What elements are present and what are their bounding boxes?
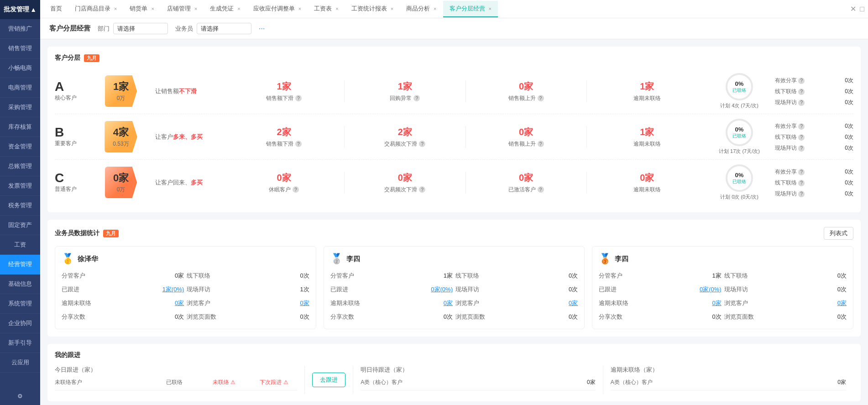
more-filter-icon[interactable]: ··· — [259, 25, 265, 33]
staff-stats-grid-0: 分管客户 0家 线下联络 0次 已跟进 1家(0%) 现场拜访 1次 逾期未联络… — [62, 270, 309, 322]
today-followup-label: 今日跟进（家） — [55, 366, 297, 374]
tab-close-生成凭证[interactable]: × — [237, 6, 240, 11]
tier-count-A: 1家 0万 — [91, 75, 151, 107]
tier-circle-B: 0% 已联络 计划 17次 (7天/次) — [707, 119, 771, 155]
page-header: 客户分层经营 部门 请选择 业务员 请选择 ··· — [40, 18, 868, 39]
customer-month-badge: 九月 — [84, 54, 99, 62]
tier-circle-C: 0% 已联络 计划 0次 (0天/次) — [707, 164, 771, 200]
dept-select[interactable]: 请选择 — [113, 23, 168, 34]
sidebar-item-基础信息[interactable]: 基础信息 — [0, 274, 40, 294]
staff-select[interactable]: 请选择 — [197, 23, 251, 34]
sidebar-item-库存核算[interactable]: 库存核算 — [0, 117, 40, 137]
stat-C-休眠客户: 0家 休眠客户 ? — [224, 172, 345, 194]
sidebar-item-固定资产[interactable]: 固定资产 — [0, 216, 40, 235]
sidebar-item-工资[interactable]: 工资 — [0, 235, 40, 255]
sidebar: 批发管理 ▲ 营销推广销售管理小畅电商电商管理采购管理库存核算资金管理总账管理发… — [0, 0, 40, 405]
staff-stat-分管客户: 分管客户 1家 — [330, 270, 453, 281]
tab-首页[interactable]: 首页 — [44, 1, 68, 17]
tier-row-B: B 重要客户 4家 0.53万 让客户多来、多买 2家 销售额下滑 ? 2家 交… — [55, 114, 853, 160]
tab-close-客户分层经营[interactable]: × — [489, 6, 492, 11]
tier-stats-C: 0家 休眠客户 ? 0家 交易频次下滑 ? 0家 已激活客户 ? 0家 逾期 — [224, 172, 707, 194]
settings-icon: ⚙ — [17, 393, 23, 400]
info-icon: ? — [798, 100, 805, 106]
sidebar-top[interactable]: 批发管理 ▲ — [0, 0, 40, 19]
staff-name-1: 李四 — [346, 255, 360, 263]
info-icon: ? — [798, 123, 805, 130]
stat-A-销售额下滑: 1家 销售额下滑 ? — [224, 80, 345, 102]
maximize-icon[interactable]: □ — [860, 5, 864, 13]
followup-title: 我的跟进 — [55, 351, 853, 359]
info-icon: ? — [798, 191, 805, 197]
sidebar-item-小畅电商[interactable]: 小畅电商 — [0, 58, 40, 78]
staff-grid: 🥇 徐泽华 分管客户 0家 线下联络 0次 已跟进 1家(0%) 现场拜访 1次 — [55, 246, 853, 329]
sidebar-item-经营管理[interactable]: 经营管理 — [0, 255, 40, 274]
tab-销货单[interactable]: 销货单× — [123, 1, 160, 17]
customer-tier-title: 客户分层 九月 — [55, 54, 853, 62]
sidebar-item-采购管理[interactable]: 采购管理 — [0, 98, 40, 117]
info-icon: ? — [293, 186, 299, 193]
staff-stats-grid-1: 分管客户 1家 线下联络 0次 已跟进 0家(0%) 现场拜访 0次 逾期未联络… — [330, 270, 578, 322]
tab-客户分层经营[interactable]: 客户分层经营× — [443, 1, 498, 17]
info-icon: ? — [295, 95, 302, 101]
sidebar-item-税务管理[interactable]: 税务管理 — [0, 196, 40, 216]
staff-stat-分享次数: 分享次数 0次 — [330, 311, 453, 322]
info-icon: ? — [538, 141, 544, 147]
sidebar-item-销售管理[interactable]: 销售管理 — [0, 39, 40, 58]
tab-应收应付调整单[interactable]: 应收应付调整单× — [247, 1, 308, 17]
tab-close-工资表[interactable]: × — [335, 6, 338, 11]
stat-B-销售额上升: 0家 销售额上升 ? — [466, 126, 587, 148]
list-view-button[interactable]: 列表式 — [824, 227, 853, 240]
info-icon: ? — [798, 169, 805, 175]
tab-close-门店商品目录[interactable]: × — [114, 6, 117, 11]
tab-门店商品目录[interactable]: 门店商品目录× — [68, 1, 123, 17]
followup-section: 我的跟进 今日跟进（家） 未联络客户 已联络 未联络 ⚠ 下次跟进 ⚠ 去跟进 … — [47, 344, 861, 401]
tab-店铺管理[interactable]: 店铺管理× — [161, 1, 204, 17]
sidebar-item-系统管理[interactable]: 系统管理 — [0, 294, 40, 314]
staff-stat-已跟进: 已跟进 0家(0%) — [330, 284, 453, 295]
sidebar-item-营销推广[interactable]: 营销推广 — [0, 19, 40, 39]
staff-stat-浏览页面数: 浏览页面数 0次 — [455, 311, 578, 322]
tab-close-店铺管理[interactable]: × — [194, 6, 197, 11]
tab-工资统计报表[interactable]: 工资统计报表× — [345, 1, 400, 17]
tier-row-A: A 核心客户 1家 0万 让销售额不下滑 1家 销售额下滑 ? 1家 回购异常 … — [55, 68, 853, 114]
sidebar-item-企业协同[interactable]: 企业协同 — [0, 314, 40, 333]
info-icon: ? — [295, 141, 302, 147]
sidebar-item-电商管理[interactable]: 电商管理 — [0, 78, 40, 98]
staff-stat-逾期未联络: 逾期未联络 0家 — [330, 298, 453, 309]
tab-close-应收应付调整单[interactable]: × — [298, 6, 301, 11]
staff-stats-header: 业务员数据统计 九月 列表式 — [55, 227, 853, 240]
sidebar-item-云应用[interactable]: 云应用 — [0, 353, 40, 373]
sidebar-item-发票管理[interactable]: 发票管理 — [0, 176, 40, 196]
customer-tier-section: 客户分层 九月 A 核心客户 1家 0万 让销售额不下滑 1家 销售额下滑 ? … — [47, 47, 861, 212]
staff-stat-浏览客户: 浏览客户 0家 — [724, 298, 847, 309]
tier-stats-B: 2家 销售额下滑 ? 2家 交易频次下滑 ? 0家 销售额上升 ? 1家 逾 — [224, 126, 707, 148]
staff-card-徐泽华-0: 🥇 徐泽华 分管客户 0家 线下联络 0次 已跟进 1家(0%) 现场拜访 1次 — [55, 246, 316, 329]
tab-生成凭证[interactable]: 生成凭证× — [204, 1, 246, 17]
staff-stat-已跟进: 已跟进 1家(0%) — [62, 284, 184, 295]
close-all-icon[interactable]: ✕ — [850, 5, 856, 13]
staff-stat-线下联络: 线下联络 0次 — [455, 270, 578, 281]
stat-B-销售额下滑: 2家 销售额下滑 ? — [224, 126, 345, 148]
sidebar-item-资金管理[interactable]: 资金管理 — [0, 137, 40, 157]
go-followup-button[interactable]: 去跟进 — [312, 373, 345, 387]
tab-工资表[interactable]: 工资表× — [308, 1, 345, 17]
tab-close-销货单[interactable]: × — [151, 6, 154, 11]
staff-stats-section: 业务员数据统计 九月 列表式 🥇 徐泽华 分管客户 0家 线下联络 0次 已跟进… — [47, 220, 861, 337]
tab-商品分析[interactable]: 商品分析× — [400, 1, 443, 17]
staff-medal-0: 🥇 — [62, 253, 74, 265]
info-icon: ? — [413, 95, 420, 101]
tier-row-C: C 普通客户 0家 0万 让客户回来、多买 0家 休眠客户 ? 0家 交易频次下… — [55, 160, 853, 205]
followup-col-headers: 未联络客户 已联络 未联络 ⚠ 下次跟进 ⚠ — [55, 379, 297, 390]
stat-C-交易频次下滑: 0家 交易频次下滑 ? — [345, 172, 465, 194]
page-title: 客户分层经营 — [49, 24, 90, 33]
tier-label-C: C 普通客户 — [55, 172, 91, 193]
tab-close-工资统计报表[interactable]: × — [391, 6, 393, 11]
sidebar-item-总账管理[interactable]: 总账管理 — [0, 157, 40, 176]
info-icon: ? — [798, 78, 805, 84]
staff-card-李四-2: 🥉 李四 分管客户 1家 线下联络 0次 已跟进 0家(0%) 现场拜访 0次 — [592, 246, 853, 329]
info-icon: ? — [798, 89, 805, 95]
settings-button[interactable]: ⚙ — [0, 387, 40, 405]
sidebar-item-新手引导[interactable]: 新手引导 — [0, 333, 40, 353]
tab-close-商品分析[interactable]: × — [434, 6, 436, 11]
info-icon: ? — [798, 134, 805, 141]
